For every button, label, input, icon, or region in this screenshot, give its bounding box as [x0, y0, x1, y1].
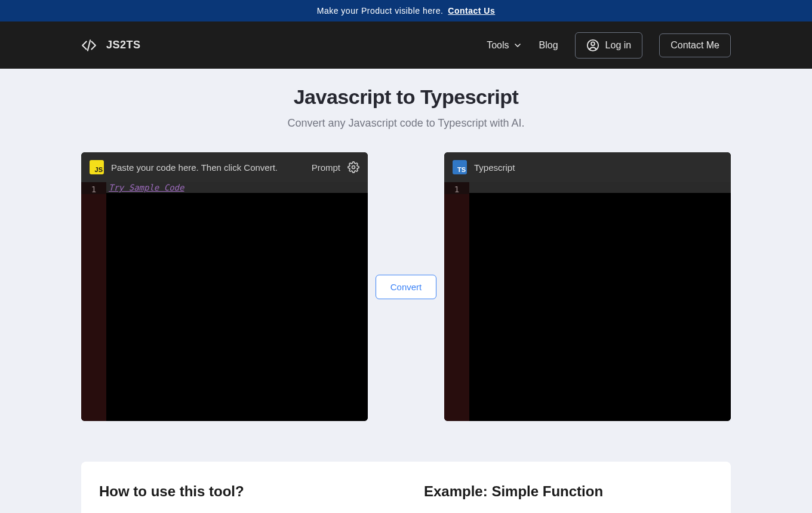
top-nav: JS2TS Tools Blog Log in: [0, 21, 812, 69]
chevron-down-icon: [513, 41, 522, 50]
svg-point-2: [591, 42, 595, 45]
page-title: Javascript to Typescript: [81, 85, 731, 109]
output-editor-body[interactable]: 1: [444, 182, 731, 421]
output-editor-label: Typescript: [474, 162, 722, 173]
source-editor-panel: JS Paste your code here. Then click Conv…: [81, 152, 368, 421]
example-heading: Example: Simple Function: [424, 483, 713, 500]
output-gutter: 1: [444, 182, 469, 194]
login-label: Log in: [605, 40, 632, 51]
prompt-button[interactable]: Prompt: [312, 162, 340, 173]
logo[interactable]: JS2TS: [81, 38, 141, 53]
main-content: Javascript to Typescript Convert any Jav…: [0, 69, 812, 513]
output-line-1: [469, 182, 731, 193]
source-gutter: 1: [81, 182, 106, 194]
convert-button[interactable]: Convert: [376, 275, 437, 299]
line-number: 1: [444, 185, 469, 194]
js-badge-icon: JS: [90, 160, 104, 174]
source-code-area[interactable]: Try Sample Code: [106, 182, 368, 421]
output-code-area[interactable]: [469, 182, 731, 421]
svg-point-3: [352, 166, 355, 169]
example-section: Example: Simple Function Javascript: [424, 483, 713, 513]
gear-icon: [347, 161, 359, 173]
convert-column: Convert: [376, 152, 437, 421]
output-editor-header: TS Typescript: [444, 152, 731, 182]
source-gutter-lower: [81, 194, 106, 421]
banner-contact-link[interactable]: Contact Us: [448, 6, 495, 16]
line-number: 1: [81, 185, 106, 194]
output-gutter-lower: [444, 194, 469, 421]
source-editor-label: Paste your code here. Then click Convert…: [111, 162, 304, 173]
promo-banner: Make your Product visible here. Contact …: [0, 0, 812, 21]
nav-blog-label: Blog: [539, 40, 558, 51]
banner-text: Make your Product visible here.: [317, 6, 444, 16]
contact-label: Contact Me: [670, 40, 719, 51]
nav-blog-link[interactable]: Blog: [539, 40, 558, 51]
page-subtitle: Convert any Javascript code to Typescrip…: [81, 117, 731, 130]
logo-text: JS2TS: [106, 39, 141, 51]
nav-tools-dropdown[interactable]: Tools: [487, 40, 522, 51]
info-card: How to use this tool? This online conver…: [81, 462, 731, 513]
source-editor-header: JS Paste your code here. Then click Conv…: [81, 152, 368, 182]
contact-me-button[interactable]: Contact Me: [659, 33, 731, 57]
settings-button[interactable]: [347, 161, 359, 173]
user-circle-icon: [586, 39, 599, 52]
howto-heading: How to use this tool?: [99, 483, 388, 500]
output-editor-panel: TS Typescript 1: [444, 152, 731, 421]
ts-badge-icon: TS: [453, 160, 467, 174]
editors-row: JS Paste your code here. Then click Conv…: [81, 152, 731, 421]
source-line-1: Try Sample Code: [106, 182, 368, 193]
source-editor-body[interactable]: 1 Try Sample Code: [81, 182, 368, 421]
howto-section: How to use this tool? This online conver…: [99, 483, 388, 513]
code-slash-icon: [81, 38, 97, 53]
svg-line-0: [88, 40, 90, 50]
nav-tools-label: Tools: [487, 40, 509, 51]
nav-items: Tools Blog Log in Contact Me: [487, 32, 731, 59]
login-button[interactable]: Log in: [575, 32, 643, 59]
try-sample-link[interactable]: Try Sample Code: [109, 183, 184, 192]
